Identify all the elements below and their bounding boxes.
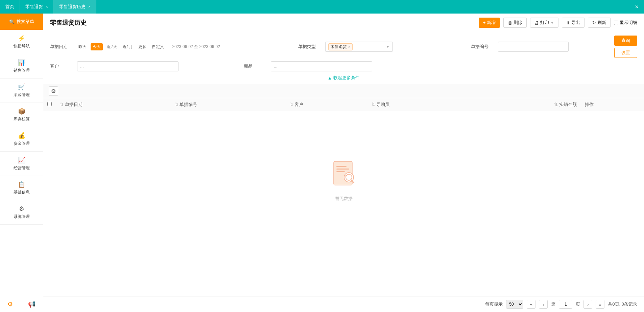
last-page-button[interactable]: » <box>596 300 604 309</box>
select-all-checkbox[interactable] <box>47 102 52 106</box>
print-dropdown-icon: ▼ <box>550 21 554 25</box>
sidebar-nav: ⚡ 快捷导航 📊 销售管理 🛒 采购管理 📦 库存核算 💰 资金管理 📈 <box>0 30 43 296</box>
page-actions: + 新增 🗑 删除 🖨 打印 ▼ ⬆ 导出 ↻ 刷新 <box>479 18 637 28</box>
empty-state-icon <box>327 156 361 190</box>
top-bar: 首页 零售退货 × 零售退货历史 × × <box>0 0 644 14</box>
main-layout: 🔍 搜索菜单 ⚡ 快捷导航 📊 销售管理 🛒 采购管理 📦 库存核算 💰 <box>0 14 644 312</box>
page-unit: 页 <box>576 301 580 307</box>
first-page-button[interactable]: « <box>527 300 535 309</box>
shortcut-custom[interactable]: 自定义 <box>150 43 165 50</box>
voucher-type-arrow-icon: ▼ <box>386 45 390 49</box>
sales-icon: 📊 <box>18 59 25 66</box>
content-area: 零售退货历史 + 新增 🗑 删除 🖨 打印 ▼ ⬆ 导出 ↻ <box>43 14 644 312</box>
page-title: 零售退货历史 <box>50 19 87 27</box>
sidebar-item-purchase[interactable]: 🛒 采购管理 <box>0 79 43 103</box>
window-close-button[interactable]: × <box>629 3 644 10</box>
pagination-bar: 每页显示 50 100 200 « ‹ 第 页 › » 共0页, 0条记录 <box>43 296 644 312</box>
refresh-button[interactable]: ↻ 刷新 <box>588 18 611 28</box>
shortcut-more[interactable]: 更多 <box>137 43 148 50</box>
filter-row-1: 单据日期 昨天 今天 近7天 近1月 更多 自定义 2023-06-02 至 2… <box>50 36 637 58</box>
table-container: ⇅ 单据日期 ⇅ 单据编号 ⇅ 客户 <box>43 98 644 296</box>
refresh-icon: ↻ <box>592 20 596 25</box>
tab-retail-return-history[interactable]: 零售退货历史 × <box>54 0 96 14</box>
tab-home[interactable]: 首页 <box>0 0 20 14</box>
th-amount[interactable]: ⇅ 实销金额 <box>466 98 581 111</box>
customer-input[interactable] <box>77 61 178 71</box>
filter-row-2: 客户 商品 <box>50 61 637 71</box>
sidebar-item-sales[interactable]: 📊 销售管理 <box>0 54 43 79</box>
th-ops: 操作 <box>581 98 644 111</box>
collapse-icon: ▲ <box>328 75 332 81</box>
basic-info-icon: 📋 <box>18 181 25 188</box>
collapse-filter-button[interactable]: ▲ 收起更多条件 <box>328 75 360 81</box>
query-setup-group: 查询 设置 <box>614 36 637 58</box>
sidebar: 🔍 搜索菜单 ⚡ 快捷导航 📊 销售管理 🛒 采购管理 📦 库存核算 💰 <box>0 14 43 312</box>
goods-filter-label: 商品 <box>244 63 264 69</box>
th-guide-sort-icon: ⇅ <box>372 102 375 107</box>
tab-retail-return[interactable]: 零售退货 × <box>20 0 54 14</box>
next-page-button[interactable]: › <box>583 300 592 309</box>
empty-state: 暂无数据 <box>43 111 644 247</box>
th-customer[interactable]: ⇅ 客户 <box>286 98 367 111</box>
settings-gear-icon[interactable]: ⚙ <box>7 300 13 308</box>
print-icon: 🖨 <box>534 20 539 25</box>
delete-icon: 🗑 <box>508 20 512 25</box>
th-checkbox <box>43 98 56 111</box>
shortcut-7days[interactable]: 近7天 <box>105 43 119 50</box>
sidebar-item-inventory[interactable]: 📦 库存核算 <box>0 103 43 127</box>
voucher-no-label: 单据编号 <box>471 44 491 50</box>
print-button[interactable]: 🖨 打印 ▼ <box>530 18 558 28</box>
sidebar-bottom: ⚙ 📢 <box>0 296 43 312</box>
voucher-type-tag: 零售退货 × <box>328 43 353 50</box>
th-date-sort-icon: ⇅ <box>60 102 64 107</box>
delete-button[interactable]: 🗑 删除 <box>503 18 527 28</box>
table-settings-button[interactable]: ⚙ <box>49 86 58 96</box>
prev-page-button[interactable]: ‹ <box>539 300 548 309</box>
th-no[interactable]: ⇅ 单据编号 <box>171 98 286 111</box>
page-label: 第 <box>551 301 555 307</box>
finance-icon: 💰 <box>18 132 25 139</box>
audio-icon[interactable]: 📢 <box>28 300 35 308</box>
query-button[interactable]: 查询 <box>614 36 637 46</box>
th-guide[interactable]: ⇅ 导购员 <box>367 98 466 111</box>
filter-section: 单据日期 昨天 今天 近7天 近1月 更多 自定义 2023-06-02 至 2… <box>43 32 644 84</box>
sidebar-item-basic-info[interactable]: 📋 基础信息 <box>0 176 43 200</box>
display-detail-input[interactable] <box>614 21 618 25</box>
sidebar-search[interactable]: 🔍 搜索菜单 <box>0 14 43 30</box>
voucher-no-input[interactable] <box>498 42 569 52</box>
sidebar-item-system[interactable]: ⚙ 系统管理 <box>0 200 43 225</box>
voucher-type-select[interactable]: 零售退货 × ▼ <box>325 42 393 52</box>
shortcut-yesterday[interactable]: 昨天 <box>77 43 88 50</box>
date-shortcuts: 昨天 今天 近7天 近1月 更多 自定义 <box>77 43 165 50</box>
display-detail-checkbox[interactable]: 显示明细 <box>614 20 637 26</box>
per-page-select[interactable]: 50 100 200 <box>506 300 523 309</box>
empty-state-text: 暂无数据 <box>335 196 353 202</box>
date-range-display: 2023-06-02 至 2023-06-02 <box>172 44 220 50</box>
add-button[interactable]: + 新增 <box>479 18 500 28</box>
sidebar-item-quick-nav[interactable]: ⚡ 快捷导航 <box>0 30 43 54</box>
sidebar-item-operations[interactable]: 📈 经营管理 <box>0 152 43 176</box>
customer-filter-label: 客户 <box>50 63 70 69</box>
shortcut-today[interactable]: 今天 <box>91 43 103 50</box>
sidebar-item-finance[interactable]: 💰 资金管理 <box>0 127 43 152</box>
setup-button[interactable]: 设置 <box>614 48 637 58</box>
svg-point-7 <box>345 175 346 177</box>
table-toolbar: ⚙ <box>43 84 644 98</box>
export-button[interactable]: ⬆ 导出 <box>562 18 585 28</box>
page-header: 零售退货历史 + 新增 🗑 删除 🖨 打印 ▼ ⬆ 导出 ↻ <box>43 14 644 32</box>
goods-input[interactable] <box>271 61 372 71</box>
total-records-label: 共0页, 0条记录 <box>608 301 637 307</box>
operations-icon: 📈 <box>18 156 25 164</box>
page-number-input[interactable] <box>559 300 572 309</box>
svg-rect-2 <box>336 169 349 170</box>
th-date[interactable]: ⇅ 单据日期 <box>56 98 171 111</box>
per-page-label: 每页显示 <box>485 301 503 307</box>
tab-retail-return-close[interactable]: × <box>46 4 48 9</box>
date-filter-label: 单据日期 <box>50 44 70 50</box>
tab-list: 首页 零售退货 × 零售退货历史 × <box>0 0 629 14</box>
th-customer-sort-icon: ⇅ <box>290 102 293 107</box>
voucher-type-tag-remove[interactable]: × <box>348 45 350 49</box>
shortcut-1month[interactable]: 近1月 <box>121 43 135 50</box>
tab-retail-return-history-close[interactable]: × <box>88 4 91 9</box>
table-area: ⚙ ⇅ 单据日期 ⇅ <box>43 84 644 296</box>
